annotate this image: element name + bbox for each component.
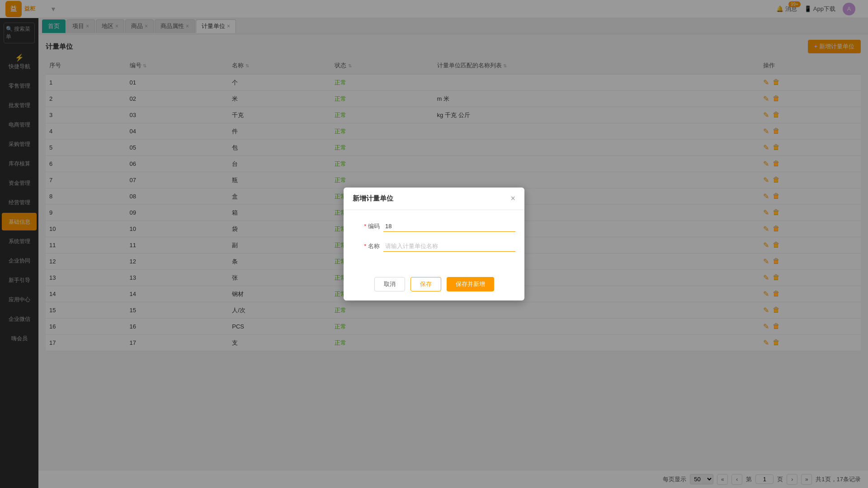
form-row-code: * 编码 (353, 221, 515, 232)
modal-title: 新增计量单位 (353, 194, 393, 203)
name-input[interactable] (383, 241, 515, 252)
modal-close-button[interactable]: × (510, 194, 515, 203)
code-label: * 编码 (353, 222, 380, 230)
modal-body: * 编码 * 名称 (344, 210, 524, 272)
save-button[interactable]: 保存 (410, 277, 441, 291)
name-label: * 名称 (353, 242, 380, 250)
required-mark-code: * (364, 223, 368, 230)
cancel-button[interactable]: 取消 (374, 277, 405, 291)
code-input[interactable] (383, 221, 515, 232)
modal-header: 新增计量单位 × (344, 188, 524, 210)
save-and-new-button[interactable]: 保存并新增 (447, 277, 494, 291)
modal-footer: 取消 保存 保存并新增 (344, 272, 524, 300)
add-unit-modal: 新增计量单位 × * 编码 * 名称 取消 保存 保存并新增 (344, 188, 524, 300)
modal-overlay: 新增计量单位 × * 编码 * 名称 取消 保存 保存并新增 (0, 0, 868, 488)
form-row-name: * 名称 (353, 241, 515, 252)
required-mark-name: * (364, 243, 368, 249)
